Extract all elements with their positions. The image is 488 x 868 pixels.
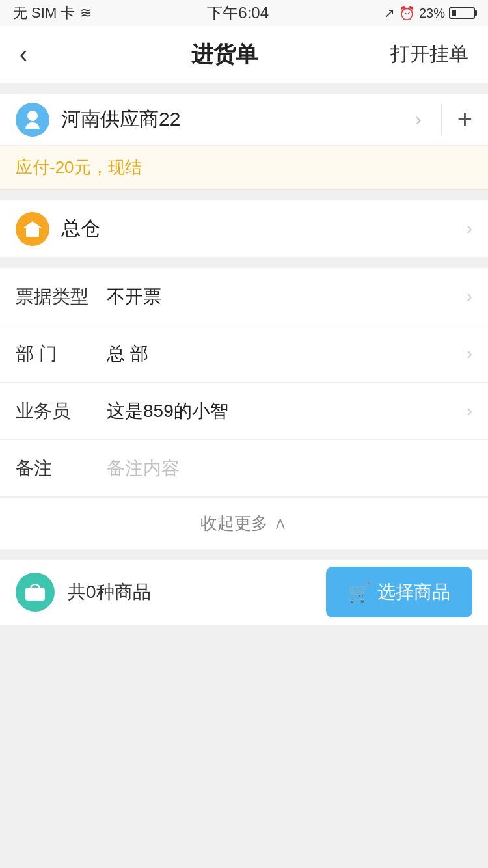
house-icon [23, 221, 42, 237]
nav-bar: ‹ 进货单 打开挂单 [0, 26, 488, 83]
product-count-label: 共0种商品 [68, 580, 326, 604]
department-label: 部 门 [16, 342, 100, 366]
department-row[interactable]: 部 门 总 部 › [0, 325, 488, 383]
status-right: ↗ ⏰ 23% [384, 5, 475, 21]
select-product-button[interactable]: 🛒 选择商品 [326, 567, 472, 617]
warehouse-icon [16, 212, 49, 246]
back-button[interactable]: ‹ [20, 41, 59, 68]
warehouse-arrow-icon: › [467, 219, 472, 239]
alarm-icon: ⏰ [399, 5, 415, 21]
salesperson-value: 这是859的小智 [100, 399, 467, 424]
remark-row[interactable]: 备注 备注内容 [0, 440, 488, 497]
notice-text: 应付-20元，现结 [16, 157, 142, 177]
invoice-type-label: 票据类型 [16, 284, 100, 309]
salesperson-label: 业务员 [16, 399, 100, 424]
carrier-label: 无 SIM 卡 [13, 3, 75, 23]
product-bar: 共0种商品 🛒 选择商品 [0, 560, 488, 625]
select-product-label: 选择商品 [377, 580, 450, 604]
vertical-divider [441, 103, 442, 136]
section-divider-2 [0, 190, 488, 200]
wifi-icon: ≋ [80, 5, 92, 21]
section-divider-3 [0, 258, 488, 268]
person-icon [23, 111, 42, 129]
remark-input[interactable]: 备注内容 [100, 456, 472, 481]
location-icon: ↗ [384, 5, 395, 21]
status-left: 无 SIM 卡 ≋ [13, 3, 92, 23]
salesperson-row[interactable]: 业务员 这是859的小智 › [0, 383, 488, 440]
section-divider-1 [0, 83, 488, 94]
battery-percent: 23% [419, 6, 445, 21]
section-divider-4 [0, 549, 488, 560]
invoice-type-value: 不开票 [100, 284, 467, 309]
supplier-row[interactable]: 河南供应商22 › + [0, 94, 488, 146]
cart-icon: 🛒 [348, 582, 371, 603]
department-value: 总 部 [100, 342, 467, 366]
open-pending-button[interactable]: 打开挂单 [390, 41, 468, 68]
product-icon [16, 573, 55, 612]
shopping-bag-icon [25, 584, 45, 601]
invoice-type-arrow-icon: › [467, 286, 472, 306]
department-arrow-icon: › [467, 344, 472, 364]
add-supplier-button[interactable]: + [457, 105, 472, 134]
supplier-avatar [16, 103, 49, 137]
warehouse-row[interactable]: 总仓 › [0, 200, 488, 258]
warehouse-name: 总仓 [61, 215, 467, 242]
notice-bar: 应付-20元，现结 [0, 146, 488, 190]
form-section: 票据类型 不开票 › 部 门 总 部 › 业务员 这是859的小智 › 备注 备… [0, 268, 488, 549]
collapse-button[interactable]: 收起更多 ∧ [200, 512, 287, 535]
supplier-name: 河南供应商22 [61, 106, 415, 133]
page-background [0, 625, 488, 820]
battery-icon [449, 7, 475, 19]
collapse-row[interactable]: 收起更多 ∧ [0, 497, 488, 549]
invoice-type-row[interactable]: 票据类型 不开票 › [0, 268, 488, 325]
status-bar: 无 SIM 卡 ≋ 下午6:04 ↗ ⏰ 23% [0, 0, 488, 26]
remark-label: 备注 [16, 456, 100, 481]
salesperson-arrow-icon: › [467, 401, 472, 421]
page-title: 进货单 [191, 40, 258, 70]
status-time: 下午6:04 [207, 3, 269, 23]
supplier-arrow-icon: › [415, 109, 421, 130]
